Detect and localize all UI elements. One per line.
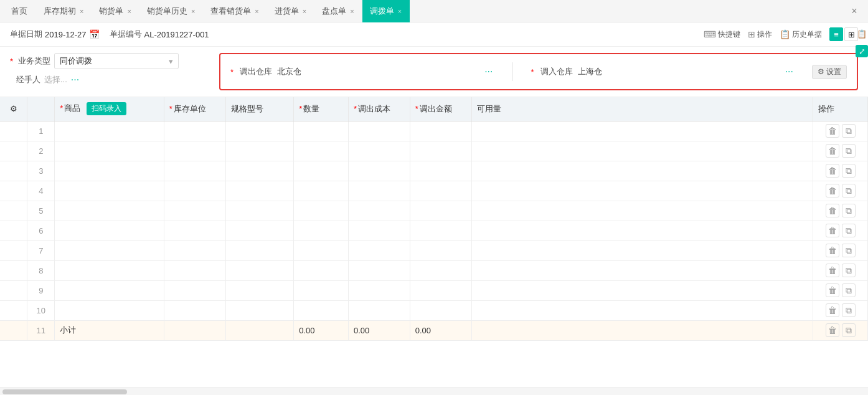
tab-close-icon[interactable]: ×: [80, 7, 83, 15]
qty-cell[interactable]: [294, 280, 349, 300]
unit-cell[interactable]: [164, 161, 225, 181]
qty-cell[interactable]: [294, 141, 349, 161]
delete-icon[interactable]: 🗑: [826, 164, 839, 178]
unit-cell[interactable]: [164, 181, 225, 201]
in-wh-more-icon[interactable]: ···: [785, 66, 793, 77]
unit-cell[interactable]: [164, 221, 225, 240]
qty-cell[interactable]: [294, 121, 349, 141]
tab-purchase[interactable]: 进货单 ×: [267, 0, 314, 22]
copy-icon[interactable]: ⧉: [842, 303, 856, 317]
spec-cell[interactable]: [225, 121, 294, 141]
cost-cell[interactable]: [349, 161, 410, 181]
calendar-icon[interactable]: 📅: [89, 29, 100, 39]
copy-icon[interactable]: ⧉: [842, 204, 856, 217]
tab-home[interactable]: 首页: [2, 0, 36, 22]
tab-close-icon[interactable]: ×: [255, 7, 258, 15]
unit-cell[interactable]: [164, 280, 225, 300]
close-window-button[interactable]: ×: [843, 0, 866, 22]
delete-icon[interactable]: 🗑: [826, 124, 839, 138]
person-select[interactable]: 选择...: [44, 74, 67, 85]
spec-cell[interactable]: [225, 221, 294, 240]
tab-view-sales[interactable]: 查看销货单 ×: [203, 0, 267, 22]
amount-cell[interactable]: [410, 300, 471, 320]
scan-entry-button[interactable]: 扫码录入: [87, 102, 126, 115]
qty-cell[interactable]: [294, 181, 349, 201]
delete-icon[interactable]: 🗑: [826, 244, 839, 257]
qty-cell[interactable]: [294, 240, 349, 260]
tab-close-icon[interactable]: ×: [191, 7, 195, 15]
history-button[interactable]: 📋 历史单据: [780, 29, 822, 40]
gear-col-header[interactable]: ⚙: [0, 97, 27, 121]
tab-inventory-init[interactable]: 库存期初 ×: [36, 0, 92, 22]
delete-icon[interactable]: 🗑: [826, 224, 839, 237]
delete-icon[interactable]: 🗑: [826, 184, 839, 198]
cost-cell[interactable]: [349, 181, 410, 201]
goods-cell[interactable]: [55, 141, 164, 161]
spec-cell[interactable]: [225, 141, 294, 161]
copy-icon[interactable]: ⧉: [842, 184, 856, 198]
tab-sales-order[interactable]: 销货单 ×: [92, 0, 139, 22]
copy-icon[interactable]: ⧉: [842, 164, 856, 178]
goods-cell[interactable]: [55, 121, 164, 141]
cost-cell[interactable]: [349, 201, 410, 221]
delete-icon[interactable]: 🗑: [826, 303, 839, 317]
cost-cell[interactable]: [349, 240, 410, 260]
amount-cell[interactable]: [410, 161, 471, 181]
qty-cell[interactable]: [294, 161, 349, 181]
amount-cell[interactable]: [410, 201, 471, 221]
amount-cell[interactable]: [410, 181, 471, 201]
copy-icon[interactable]: ⧉: [842, 144, 856, 158]
copy-icon[interactable]: ⧉: [842, 244, 856, 257]
tab-transfer[interactable]: 调拨单 ×: [362, 0, 410, 22]
copy-icon[interactable]: ⧉: [842, 323, 856, 337]
person-more-icon[interactable]: ···: [71, 74, 79, 85]
biz-type-select[interactable]: 同价调拨 ▾: [54, 53, 179, 69]
unit-cell[interactable]: [164, 300, 225, 320]
tab-sales-history[interactable]: 销货单历史 ×: [139, 0, 203, 22]
unit-cell[interactable]: [164, 141, 225, 161]
goods-cell[interactable]: [55, 240, 164, 260]
tab-close-icon[interactable]: ×: [398, 7, 402, 15]
cost-cell[interactable]: [349, 260, 410, 280]
layout-list-button[interactable]: ≡: [829, 27, 843, 41]
delete-icon[interactable]: 🗑: [826, 323, 839, 337]
delete-icon[interactable]: 🗑: [826, 144, 839, 158]
spec-cell[interactable]: [225, 240, 294, 260]
amount-cell[interactable]: [410, 221, 471, 240]
goods-cell[interactable]: [55, 201, 164, 221]
delete-icon[interactable]: 🗑: [826, 204, 839, 217]
spec-cell[interactable]: [225, 161, 294, 181]
amount-cell[interactable]: [410, 240, 471, 260]
goods-cell[interactable]: [55, 260, 164, 280]
unit-cell[interactable]: [164, 260, 225, 280]
goods-cell[interactable]: [55, 221, 164, 240]
goods-cell[interactable]: [55, 161, 164, 181]
amount-cell[interactable]: [410, 280, 471, 300]
spec-cell[interactable]: [225, 260, 294, 280]
amount-cell[interactable]: [410, 121, 471, 141]
goods-cell[interactable]: [55, 181, 164, 201]
spec-cell[interactable]: [225, 201, 294, 221]
out-wh-more-icon[interactable]: ···: [484, 66, 493, 77]
amount-cell[interactable]: [410, 141, 471, 161]
spec-cell[interactable]: [225, 181, 294, 201]
unit-cell[interactable]: [164, 240, 225, 260]
sidebar-expand-icon[interactable]: ⤢: [856, 45, 868, 57]
unit-cell[interactable]: [164, 121, 225, 141]
sidebar-note-icon[interactable]: 📋: [856, 27, 868, 40]
cost-cell[interactable]: [349, 221, 410, 240]
goods-cell[interactable]: [55, 300, 164, 320]
unit-cell[interactable]: [164, 201, 225, 221]
qty-cell[interactable]: [294, 221, 349, 240]
operations-button[interactable]: ⊞ 操作: [748, 29, 772, 40]
shortcuts-button[interactable]: ⌨ 快捷键: [704, 29, 740, 40]
delete-icon[interactable]: 🗑: [826, 283, 839, 297]
copy-icon[interactable]: ⧉: [842, 283, 856, 297]
copy-icon[interactable]: ⧉: [842, 124, 856, 138]
scroll-thumb[interactable]: [2, 389, 127, 394]
tab-close-icon[interactable]: ×: [350, 7, 354, 15]
qty-cell[interactable]: [294, 300, 349, 320]
settings-gear-button[interactable]: ⚙ 设置: [812, 65, 847, 79]
cost-cell[interactable]: [349, 280, 410, 300]
tab-close-icon[interactable]: ×: [303, 7, 306, 15]
